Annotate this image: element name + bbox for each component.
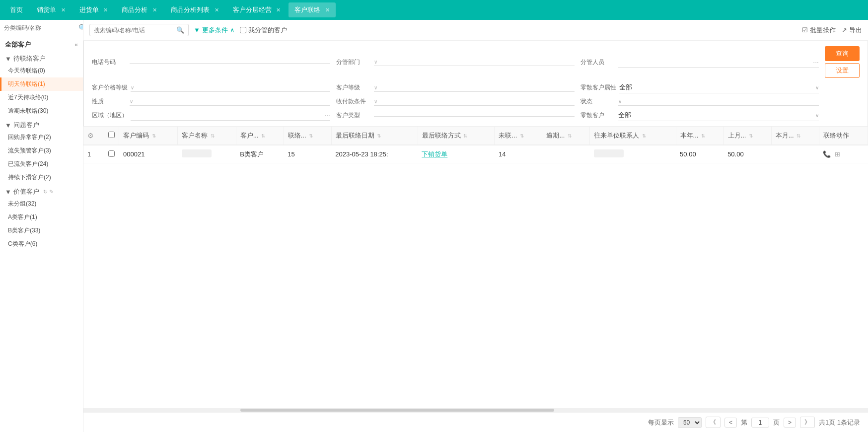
nav-purchase[interactable]: 进货单 ✕ bbox=[73, 2, 114, 17]
nav-customer-contact[interactable]: 客户联络 ✕ bbox=[289, 2, 336, 17]
group-pending-contact[interactable]: ▼ 待联络客户 bbox=[0, 51, 83, 64]
table-settings-icon[interactable]: ⚙ bbox=[87, 132, 94, 140]
col-method-sort-icon[interactable]: ⇅ bbox=[463, 133, 467, 139]
retail-attr-label: 零散客户属性 bbox=[580, 83, 616, 92]
more-filter-button[interactable]: ▼ 更多条件 ∧ bbox=[194, 26, 235, 35]
search-input[interactable] bbox=[94, 27, 173, 34]
area-dots-icon[interactable]: ··· bbox=[324, 111, 330, 119]
sidebar-item-tomorrow[interactable]: 明天待联络(1) bbox=[0, 77, 83, 91]
query-button[interactable]: 查询 bbox=[825, 46, 860, 61]
nav-product-analysis[interactable]: 商品分析 ✕ bbox=[116, 2, 163, 17]
col-this-year: 本年... ⇅ bbox=[676, 127, 723, 145]
sidebar-item-c-class[interactable]: C类客户(6) bbox=[0, 237, 83, 251]
nature-select[interactable]: ∨ bbox=[130, 98, 330, 106]
retail-select[interactable]: 全部 ∨ bbox=[618, 110, 819, 121]
action-icons-container: 📞 ⊞ bbox=[823, 150, 864, 158]
sidebar-item-today[interactable]: 今天待联络(0) bbox=[0, 64, 83, 77]
row-checkbox[interactable] bbox=[108, 150, 115, 157]
payment-select[interactable]: ∨ bbox=[374, 98, 575, 106]
td-uncontact: 14 bbox=[495, 145, 542, 163]
sidebar-item-declining[interactable]: 持续下滑客户(2) bbox=[0, 171, 83, 184]
collapse-icon[interactable]: « bbox=[74, 41, 78, 48]
my-customers-checkbox-label[interactable]: 我分管的客户 bbox=[240, 26, 287, 35]
group-pending-arrow: ▼ bbox=[5, 55, 11, 63]
more-action-icon[interactable]: ⊞ bbox=[835, 150, 840, 158]
filter-row-3: 性质 ∨ 收付款条件 ∨ 状态 ∨ bbox=[92, 97, 860, 106]
close-sales-icon[interactable]: ✕ bbox=[61, 7, 66, 13]
customer-type-select[interactable] bbox=[374, 114, 575, 117]
manager-label: 分管人员 bbox=[580, 58, 615, 67]
sidebar-item-ungrouped[interactable]: 未分组(32) bbox=[0, 197, 83, 211]
next-page-button[interactable]: > bbox=[784, 418, 796, 428]
sidebar-item-churn-warning[interactable]: 流失预警客户(3) bbox=[0, 144, 83, 157]
sidebar-item-b-class[interactable]: B类客户(33) bbox=[0, 224, 83, 237]
col-uncontact-sort-icon[interactable]: ⇅ bbox=[520, 133, 524, 139]
filter-price-level: 客户价格等级 ∨ bbox=[92, 83, 330, 92]
col-type-sort-icon[interactable]: ⇅ bbox=[261, 133, 265, 139]
customer-level-select[interactable]: ∨ bbox=[374, 84, 575, 92]
nav-sales[interactable]: 销货单 ✕ bbox=[31, 2, 72, 17]
sidebar-item-repurchase-abnormal[interactable]: 回购异常客户(2) bbox=[0, 131, 83, 144]
horizontal-scrollbar[interactable] bbox=[83, 408, 868, 412]
retail-attr-select[interactable]: 全部 ∨ bbox=[619, 82, 819, 93]
contact-method-link[interactable]: 下销货单 bbox=[422, 150, 447, 158]
group-value-customer[interactable]: ▼ 价值客户 ↻ ✎ bbox=[0, 184, 83, 197]
area-label: 区域（地区） bbox=[92, 111, 128, 120]
page-size-select[interactable]: 50 bbox=[678, 417, 702, 428]
toolbar-right: ☑ 批量操作 ↗ 导出 bbox=[802, 26, 862, 35]
sidebar-item-churned[interactable]: 已流失客户(24) bbox=[0, 157, 83, 171]
close-customer-contact-icon[interactable]: ✕ bbox=[325, 7, 330, 13]
last-page-button[interactable]: 》 bbox=[800, 417, 815, 428]
phone-input[interactable] bbox=[130, 61, 330, 64]
close-purchase-icon[interactable]: ✕ bbox=[103, 7, 108, 13]
col-date-sort-icon[interactable]: ⇅ bbox=[377, 133, 381, 139]
sidebar-search-input[interactable] bbox=[4, 24, 78, 31]
call-icon[interactable]: 📞 bbox=[823, 150, 831, 158]
close-product-analysis-icon[interactable]: ✕ bbox=[152, 7, 157, 13]
td-contact-count: 15 bbox=[284, 145, 331, 163]
filter-payment: 收付款条件 ∨ bbox=[336, 97, 575, 106]
col-unit-sort-icon[interactable]: ⇅ bbox=[642, 133, 646, 139]
group-problem-customer[interactable]: ▼ 问题客户 bbox=[0, 118, 83, 131]
settings-button[interactable]: 设置 bbox=[825, 63, 860, 78]
sidebar-item-overdue[interactable]: 逾期未联络(30) bbox=[0, 104, 83, 118]
search-box: 🔍 bbox=[89, 24, 189, 36]
area-select[interactable]: ··· bbox=[131, 110, 330, 121]
select-all-checkbox[interactable] bbox=[108, 132, 115, 138]
col-code-sort-icon[interactable]: ⇅ bbox=[152, 133, 156, 139]
col-year-sort-icon[interactable]: ⇅ bbox=[701, 133, 705, 139]
table-header-row: ⚙ 客户编码 ⇅ 客户名称 ⇅ bbox=[83, 127, 868, 145]
prev-page-button[interactable]: < bbox=[724, 418, 737, 428]
my-customers-checkbox[interactable] bbox=[240, 27, 246, 33]
td-overdue bbox=[542, 145, 590, 163]
first-page-button[interactable]: 《 bbox=[706, 417, 721, 428]
nav-home[interactable]: 首页 bbox=[4, 2, 29, 17]
price-level-label: 客户价格等级 bbox=[92, 83, 128, 92]
group-pending-label: 待联络客户 bbox=[13, 54, 46, 63]
manager-dots-icon[interactable]: ··· bbox=[813, 58, 819, 66]
col-overdue-label: 逾期... bbox=[546, 132, 565, 139]
col-name-sort-icon[interactable]: ⇅ bbox=[211, 133, 215, 139]
customer-name-blur bbox=[182, 149, 212, 157]
col-contact-sort-icon[interactable]: ⇅ bbox=[309, 133, 313, 139]
close-customer-tier-icon[interactable]: ✕ bbox=[276, 7, 281, 13]
col-lastmonth-sort-icon[interactable]: ⇅ bbox=[749, 133, 753, 139]
manager-select[interactable]: ··· bbox=[618, 57, 819, 68]
nav-customer-tier[interactable]: 客户分层经营 ✕ bbox=[227, 2, 287, 17]
toolbar: 🔍 ▼ 更多条件 ∧ 我分管的客户 ☑ 批量操作 ↗ 导出 bbox=[83, 20, 868, 41]
export-button[interactable]: ↗ 导出 bbox=[842, 26, 862, 35]
status-select[interactable]: ∨ bbox=[618, 98, 819, 106]
nav-product-list[interactable]: 商品分析列表 ✕ bbox=[165, 2, 225, 17]
price-level-select[interactable]: ∨ bbox=[131, 84, 330, 92]
batch-operation-button[interactable]: ☑ 批量操作 bbox=[802, 26, 836, 35]
sidebar-item-7days[interactable]: 近7天待联络(0) bbox=[0, 91, 83, 104]
col-overdue-sort-icon[interactable]: ⇅ bbox=[568, 133, 572, 139]
close-product-list-icon[interactable]: ✕ bbox=[215, 7, 219, 13]
col-thismonth-sort-icon[interactable]: ⇅ bbox=[796, 133, 800, 139]
department-select[interactable]: ∨ bbox=[374, 58, 575, 66]
col-action-label: 联络动作 bbox=[823, 132, 849, 139]
all-customers-header[interactable]: 全部客户 « bbox=[0, 36, 83, 51]
sidebar-item-a-class[interactable]: A类客户(1) bbox=[0, 211, 83, 224]
filter-label: 更多条件 bbox=[202, 26, 228, 35]
page-input[interactable] bbox=[751, 418, 769, 428]
